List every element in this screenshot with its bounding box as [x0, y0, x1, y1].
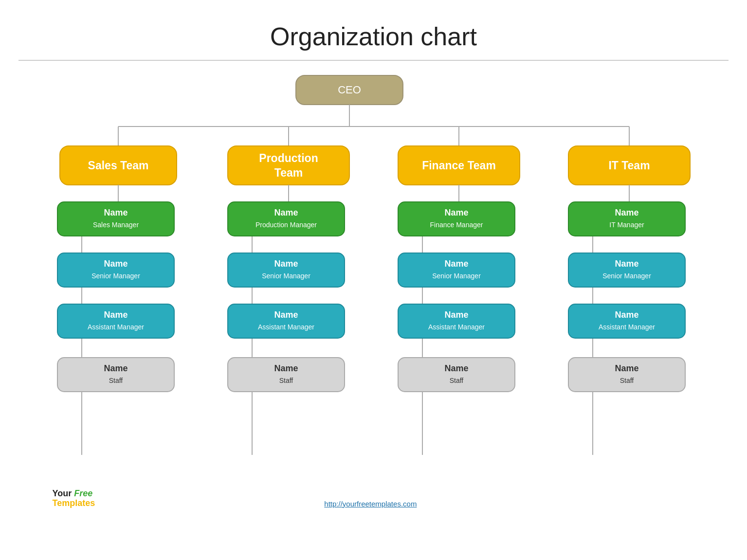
- svg-text:Assistant Manager: Assistant Manager: [428, 323, 485, 331]
- svg-text:Name: Name: [104, 310, 128, 320]
- svg-text:Team: Team: [274, 166, 302, 179]
- svg-text:Name: Name: [104, 259, 128, 269]
- svg-text:Name: Name: [274, 363, 298, 373]
- svg-text:Assistant Manager: Assistant Manager: [258, 323, 314, 331]
- svg-text:Name: Name: [615, 208, 638, 217]
- svg-text:Assistant Manager: Assistant Manager: [599, 323, 655, 331]
- svg-text:Finance Manager: Finance Manager: [430, 221, 483, 229]
- svg-text:Assistant Manager: Assistant Manager: [88, 323, 144, 331]
- svg-rect-122: [57, 304, 174, 338]
- footer-bar: Your Free Templates http://yourfreetempl…: [33, 489, 714, 508]
- svg-text:Production Manager: Production Manager: [255, 221, 316, 229]
- svg-text:CEO: CEO: [338, 84, 361, 96]
- svg-text:Staff: Staff: [619, 377, 634, 384]
- svg-text:Name: Name: [444, 259, 468, 269]
- svg-text:Staff: Staff: [449, 377, 463, 384]
- svg-text:Sales Manager: Sales Manager: [92, 221, 139, 229]
- svg-text:Name: Name: [104, 363, 128, 373]
- svg-rect-163: [398, 304, 515, 338]
- logo-templates: Templates: [53, 498, 95, 508]
- svg-text:Name: Name: [444, 363, 468, 373]
- svg-rect-177: [568, 202, 685, 236]
- svg-text:IT Team: IT Team: [608, 159, 650, 172]
- svg-text:Production: Production: [259, 152, 318, 164]
- svg-text:Name: Name: [444, 310, 468, 320]
- svg-rect-166: [398, 358, 515, 392]
- svg-text:Name: Name: [274, 259, 298, 269]
- svg-text:Senior Manager: Senior Manager: [432, 272, 481, 280]
- svg-rect-137: [228, 202, 345, 236]
- svg-rect-140: [228, 253, 345, 287]
- svg-text:Name: Name: [615, 310, 638, 320]
- svg-text:Staff: Staff: [109, 377, 123, 384]
- svg-rect-119: [57, 253, 174, 287]
- svg-text:Finance Team: Finance Team: [422, 159, 496, 172]
- svg-rect-125: [57, 358, 174, 392]
- svg-text:Name: Name: [274, 208, 298, 217]
- svg-text:Name: Name: [615, 363, 638, 373]
- footer-logo-area: Your Free Templates: [53, 489, 95, 508]
- svg-rect-160: [398, 253, 515, 287]
- svg-text:Senior Manager: Senior Manager: [91, 272, 140, 280]
- svg-text:Sales Team: Sales Team: [88, 159, 148, 172]
- main-page: Organization chart CEO Sales Team Name S…: [0, 0, 747, 560]
- svg-text:IT Manager: IT Manager: [609, 221, 644, 229]
- logo-your: Your: [53, 488, 74, 498]
- svg-text:Senior Manager: Senior Manager: [602, 272, 651, 280]
- svg-rect-157: [398, 202, 515, 236]
- svg-rect-183: [568, 304, 685, 338]
- svg-text:Name: Name: [274, 310, 298, 320]
- logo-free: Free: [74, 488, 92, 498]
- footer-url[interactable]: http://yourfreetemplates.com: [324, 500, 417, 508]
- footer-url-area: http://yourfreetemplates.com: [95, 500, 646, 508]
- svg-rect-146: [228, 358, 345, 392]
- page-title-main: Organization chart: [270, 22, 477, 51]
- svg-text:Name: Name: [615, 259, 638, 269]
- svg-text:Senior Manager: Senior Manager: [262, 272, 310, 280]
- svg-rect-180: [568, 253, 685, 287]
- svg-text:Staff: Staff: [279, 377, 293, 384]
- svg-rect-143: [228, 304, 345, 338]
- title-divider-main: [18, 60, 728, 61]
- svg-rect-186: [568, 358, 685, 392]
- main-org-svg: CEO Sales Team Name Sales Manager Name S…: [33, 71, 714, 494]
- svg-text:Name: Name: [444, 208, 468, 217]
- svg-text:Name: Name: [104, 208, 128, 217]
- svg-rect-116: [57, 202, 174, 236]
